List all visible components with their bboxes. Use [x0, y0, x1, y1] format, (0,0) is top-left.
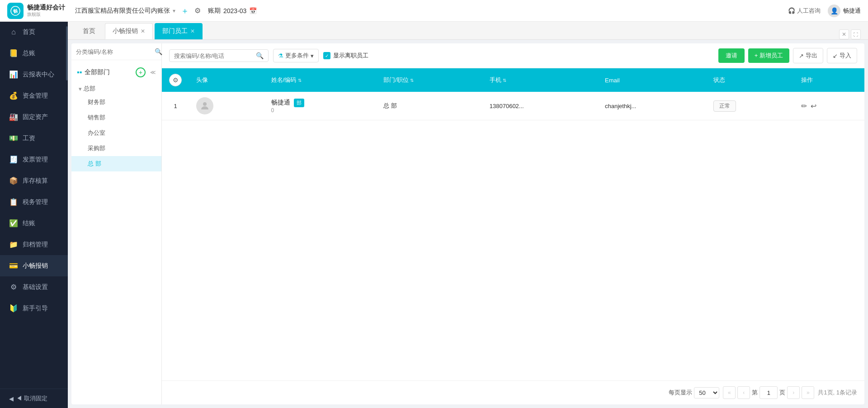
- pagination: 每页显示 50 10 20 100 « ‹ 第 页: [162, 380, 864, 404]
- sidebar-item-label: 小畅报销: [23, 262, 48, 270]
- dept-panel: 🔍 ▪▪ 全部部门 + ≪ ▾ 总部: [71, 43, 162, 404]
- expand-icon: ▾: [79, 85, 82, 92]
- logout-button[interactable]: ↩: [811, 102, 816, 110]
- row-avatar: [189, 92, 264, 120]
- employee-table: ⚙ 头像 姓名/编码 ⇅ 部门/职位 ⇅: [162, 68, 864, 120]
- sidebar-item-expense[interactable]: 💳 小畅报销: [0, 255, 68, 276]
- row-status: 正常: [706, 92, 794, 120]
- employee-code: 0: [271, 107, 304, 114]
- page-input[interactable]: [760, 386, 778, 399]
- main-wrap: ⌂ 首页 📒 总账 📊 云报表中心 💰 资金管理 🏭 固定资产 💵 工资: [0, 22, 868, 408]
- user-name: 畅捷通: [843, 7, 861, 15]
- sidebar-item-funds[interactable]: 💰 资金管理: [0, 85, 68, 106]
- assets-icon: 🏭: [9, 113, 18, 121]
- dept-search-icon[interactable]: 🔍: [155, 48, 162, 55]
- dept-node-office[interactable]: 办公室: [71, 125, 161, 141]
- unpin-button[interactable]: ◀ ◀ 取消固定: [0, 389, 68, 408]
- service-button[interactable]: 🎧 人工咨询: [788, 7, 821, 15]
- sidebar-item-invoice[interactable]: 🧾 发票管理: [0, 149, 68, 170]
- settings-sidebar-icon: ⚙: [9, 283, 18, 291]
- sidebar-item-settings[interactable]: ⚙ 基础设置: [0, 276, 68, 298]
- close-icon[interactable]: ✕: [141, 28, 145, 34]
- sort-phone-icon[interactable]: ⇅: [503, 78, 506, 83]
- page-total: 共1页, 1条记录: [818, 389, 857, 397]
- filter-button[interactable]: ⚗ 更多条件 ▾: [273, 49, 319, 62]
- reports-icon: 📊: [9, 70, 18, 79]
- col-dept: 部门/职位 ⇅: [376, 68, 482, 92]
- add-company-icon[interactable]: ＋: [181, 5, 189, 16]
- unpin-label: ◀ 取消固定: [16, 394, 47, 403]
- show-resigned-toggle[interactable]: ✓ 显示离职员工: [323, 52, 368, 60]
- sidebar-item-inventory[interactable]: 📦 库存核算: [0, 170, 68, 191]
- row-index: 1: [162, 92, 189, 120]
- all-dept-label: 全部部门: [85, 68, 110, 76]
- edit-dept-button[interactable]: +: [136, 67, 146, 77]
- prev-page-button[interactable]: ‹: [737, 386, 750, 399]
- col-settings: ⚙: [162, 68, 189, 92]
- row-dept: 总 部: [376, 92, 482, 120]
- content-area: 首页 小畅报销 ✕ 部门员工 ✕ ✕ ⛶ 🔍: [68, 22, 868, 408]
- dept-node-finance[interactable]: 财务部: [71, 95, 161, 110]
- next-page-button[interactable]: ›: [787, 386, 800, 399]
- table-settings-button[interactable]: ⚙: [169, 74, 182, 86]
- tab-employees[interactable]: 部门员工 ✕: [155, 23, 203, 39]
- sort-dept-icon[interactable]: ⇅: [410, 78, 414, 83]
- resigned-checkbox[interactable]: ✓: [323, 52, 330, 59]
- funds-icon: 💰: [9, 91, 18, 100]
- sidebar-item-archive[interactable]: 📁 归档管理: [0, 234, 68, 255]
- sidebar-item-tax[interactable]: 📋 税务管理: [0, 191, 68, 213]
- dept-node-sales[interactable]: 销售部: [71, 110, 161, 125]
- sidebar-item-guide[interactable]: 🔰 新手引导: [0, 298, 68, 319]
- import-label: 导入: [840, 52, 851, 60]
- sidebar-item-home[interactable]: ⌂ 首页: [0, 22, 68, 43]
- page-nav: « ‹ 第 页 › »: [723, 386, 814, 399]
- add-employee-button[interactable]: + 新增员工: [748, 48, 789, 63]
- service-label: 人工咨询: [797, 7, 821, 15]
- sidebar-item-assets[interactable]: 🏭 固定资产: [0, 106, 68, 128]
- dept-tree: ▪▪ 全部部门 + ≪ ▾ 总部 财务部 销售部 办公室: [71, 60, 161, 404]
- import-button[interactable]: ↙ 导入: [827, 48, 857, 63]
- top-right: 🎧 人工咨询 👤 畅捷通: [788, 5, 861, 17]
- sidebar-item-payroll[interactable]: 💵 工资: [0, 128, 68, 149]
- tab-expense[interactable]: 小畅报销 ✕: [105, 23, 153, 39]
- sidebar-item-reports[interactable]: 📊 云报表中心: [0, 64, 68, 85]
- row-actions: ✏ ↩: [794, 92, 864, 120]
- last-page-button[interactable]: »: [802, 386, 814, 399]
- settings-icon[interactable]: ⚙: [194, 6, 201, 15]
- per-page-select[interactable]: 50 10 20 100: [694, 387, 719, 399]
- dept-node-general-sub[interactable]: 总 部: [71, 156, 161, 171]
- sidebar-item-label: 税务管理: [23, 198, 48, 206]
- company-selector[interactable]: 江西服宝精品有限责任公司内账张 ▾: [75, 7, 175, 15]
- sidebar-item-closing[interactable]: ✅ 结账: [0, 213, 68, 234]
- dept-node-general[interactable]: ▾ 总部: [71, 81, 161, 95]
- close-icon[interactable]: ✕: [190, 28, 195, 34]
- scrollbar[interactable]: [66, 22, 68, 408]
- collapse-icon[interactable]: ≪: [150, 69, 156, 76]
- tab-home[interactable]: 首页: [75, 23, 103, 39]
- edit-button[interactable]: ✏: [801, 102, 807, 110]
- calendar-icon[interactable]: 📅: [249, 7, 257, 14]
- first-page-button[interactable]: «: [723, 386, 736, 399]
- invite-button[interactable]: 邀请: [718, 48, 745, 63]
- employee-search-input[interactable]: [174, 52, 253, 59]
- col-actions: 操作: [794, 68, 864, 92]
- sidebar-scroll: ⌂ 首页 📒 总账 📊 云报表中心 💰 资金管理 🏭 固定资产 💵 工资: [0, 22, 68, 389]
- sidebar-item-label: 归档管理: [23, 241, 48, 249]
- sort-name-icon[interactable]: ⇅: [298, 78, 302, 83]
- show-resigned-label: 显示离职员工: [333, 52, 368, 60]
- row-email: chanjethkj...: [598, 92, 706, 120]
- search-icon[interactable]: 🔍: [256, 52, 264, 59]
- period-value[interactable]: 2023-03: [223, 7, 246, 14]
- dept-node-purchase[interactable]: 采购部: [71, 141, 161, 156]
- maximize-button[interactable]: ⛶: [851, 29, 861, 39]
- close-tab-button[interactable]: ✕: [839, 29, 849, 39]
- dept-search-input[interactable]: [76, 48, 152, 55]
- tab-actions: ✕ ⛶: [839, 29, 861, 39]
- sidebar-item-ledger[interactable]: 📒 总账: [0, 43, 68, 64]
- user-menu[interactable]: 👤 畅捷通: [828, 5, 861, 17]
- all-dept-header[interactable]: ▪▪ 全部部门 + ≪: [71, 64, 161, 81]
- export-button[interactable]: ↗ 导出: [793, 48, 823, 63]
- sidebar-item-label: 库存核算: [23, 177, 48, 185]
- sidebar-item-label: 结账: [23, 219, 35, 228]
- export-label: 导出: [806, 52, 817, 60]
